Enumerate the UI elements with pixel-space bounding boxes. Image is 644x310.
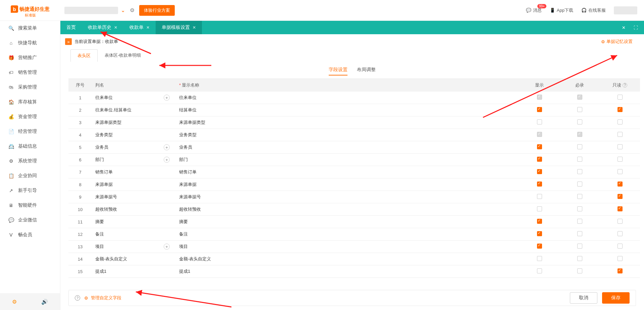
checkbox[interactable]: [618, 206, 623, 211]
checkbox[interactable]: [618, 182, 623, 187]
messages-link[interactable]: 💬 消息 99+: [526, 7, 542, 13]
checkbox[interactable]: [537, 119, 542, 124]
checkbox[interactable]: [618, 169, 623, 174]
trial-industry-button[interactable]: 体验行业方案: [139, 5, 175, 16]
checkbox[interactable]: [618, 194, 623, 199]
checkbox[interactable]: [537, 144, 542, 149]
cell-display[interactable]: 来源单据号: [176, 194, 519, 200]
sidebar-item[interactable]: 🖥智能硬件: [0, 198, 60, 213]
checkbox[interactable]: [537, 107, 542, 112]
checkbox[interactable]: [537, 206, 542, 211]
checkbox[interactable]: [618, 219, 623, 224]
page-tab[interactable]: 收款单历史✕: [82, 21, 123, 34]
page-tab[interactable]: 收款单✕: [123, 21, 156, 34]
checkbox[interactable]: [577, 95, 582, 100]
checkbox[interactable]: [618, 107, 623, 112]
sidebar-item[interactable]: ⚙系统管理: [0, 154, 60, 168]
cell-display[interactable]: 摘要: [176, 219, 519, 225]
sidebar-item[interactable]: 📄经营管理: [0, 124, 60, 139]
save-button[interactable]: 保存: [602, 292, 630, 304]
app-download-link[interactable]: 📱 App下载: [550, 7, 573, 13]
add-icon[interactable]: +: [164, 244, 170, 250]
close-icon[interactable]: ✕: [146, 25, 150, 30]
expand-icon[interactable]: »: [65, 38, 72, 45]
checkbox[interactable]: [537, 244, 542, 249]
checkbox[interactable]: [537, 132, 542, 137]
cell-display[interactable]: 超收转预收: [176, 206, 519, 212]
sidebar-item[interactable]: 🏠库存核算: [0, 95, 60, 109]
checkbox[interactable]: [537, 256, 542, 261]
checkbox[interactable]: [618, 119, 623, 124]
checkbox[interactable]: [537, 182, 542, 187]
checkbox[interactable]: [537, 219, 542, 224]
add-icon[interactable]: +: [164, 157, 170, 163]
checkbox[interactable]: [577, 182, 582, 187]
tab-header-area[interactable]: 表头区: [70, 49, 98, 62]
cancel-button[interactable]: 取消: [570, 292, 597, 304]
gear-icon[interactable]: ⚙: [130, 7, 135, 13]
checkbox[interactable]: [577, 206, 582, 211]
cell-display[interactable]: 业务类型: [176, 132, 519, 138]
sidebar-item[interactable]: 💬企业微信: [0, 213, 60, 227]
checkbox[interactable]: [577, 268, 582, 273]
checkbox[interactable]: [537, 194, 542, 199]
memory-settings-link[interactable]: ⚙ 单据记忆设置: [601, 39, 639, 45]
checkbox[interactable]: [537, 169, 542, 174]
sidebar-item[interactable]: ⌂快捷导航: [0, 36, 60, 50]
page-tab[interactable]: 单据模板设置✕: [156, 21, 202, 34]
checkbox[interactable]: [577, 132, 582, 137]
checkbox[interactable]: [618, 144, 623, 149]
checkbox[interactable]: [618, 231, 623, 236]
close-all-icon[interactable]: ✕: [619, 23, 628, 32]
help-icon[interactable]: ?: [623, 83, 627, 88]
cell-display[interactable]: 来源单据: [176, 182, 519, 188]
sidebar-item[interactable]: 🎁营销推广: [0, 50, 60, 65]
checkbox[interactable]: [618, 256, 623, 261]
tab-body-area[interactable]: 表体区-收款单明细: [98, 49, 148, 61]
checkbox[interactable]: [618, 268, 623, 273]
sound-icon[interactable]: 🔊: [41, 299, 48, 305]
sidebar-item[interactable]: 🛍采购管理: [0, 80, 60, 95]
cell-display[interactable]: 结算单位: [176, 107, 519, 113]
add-icon[interactable]: +: [164, 95, 170, 101]
sidebar-item[interactable]: 🏷销售管理: [0, 65, 60, 80]
cell-display[interactable]: 金额-表头自定义: [176, 256, 519, 262]
checkbox[interactable]: [577, 157, 582, 162]
checkbox[interactable]: [618, 132, 623, 137]
manage-custom-fields-link[interactable]: ? ⚙ 管理自定义字段: [75, 295, 121, 301]
cell-display[interactable]: 往来单位: [176, 95, 519, 101]
sidebar-item[interactable]: ↗新手引导: [0, 183, 60, 198]
checkbox[interactable]: [537, 231, 542, 236]
sidebar-item[interactable]: 📋企业协同: [0, 168, 60, 183]
cell-display[interactable]: 来源单据类型: [176, 119, 519, 125]
org-selector[interactable]: ⌄: [64, 7, 125, 14]
checkbox[interactable]: [537, 95, 542, 100]
close-icon[interactable]: ✕: [193, 25, 196, 30]
cell-display[interactable]: 销售订单: [176, 169, 519, 175]
checkbox[interactable]: [618, 244, 623, 249]
checkbox[interactable]: [618, 95, 623, 100]
sidebar-item[interactable]: 🔍搜索菜单: [0, 21, 60, 36]
add-icon[interactable]: +: [164, 144, 170, 150]
tab-layout-adjust[interactable]: 布局调整: [357, 67, 376, 75]
checkbox[interactable]: [577, 119, 582, 124]
checkbox[interactable]: [577, 107, 582, 112]
checkbox[interactable]: [577, 256, 582, 261]
checkbox[interactable]: [577, 219, 582, 224]
checkbox[interactable]: [577, 231, 582, 236]
cell-display[interactable]: 备注: [176, 231, 519, 237]
user-avatar-blur[interactable]: [614, 6, 637, 14]
tab-field-settings[interactable]: 字段设置: [329, 67, 347, 75]
sidebar-item[interactable]: Ⅴ畅会员: [0, 227, 60, 242]
sidebar-item[interactable]: 💰资金管理: [0, 109, 60, 124]
checkbox[interactable]: [537, 268, 542, 273]
page-tab[interactable]: 首页: [60, 21, 82, 34]
close-icon[interactable]: ✕: [114, 25, 117, 30]
checkbox[interactable]: [577, 244, 582, 249]
checkbox[interactable]: [577, 144, 582, 149]
settings-icon[interactable]: ⚙: [12, 299, 17, 305]
checkbox[interactable]: [577, 194, 582, 199]
checkbox[interactable]: [577, 169, 582, 174]
cell-display[interactable]: 部门: [176, 157, 519, 163]
cell-display[interactable]: 提成1: [176, 268, 519, 274]
